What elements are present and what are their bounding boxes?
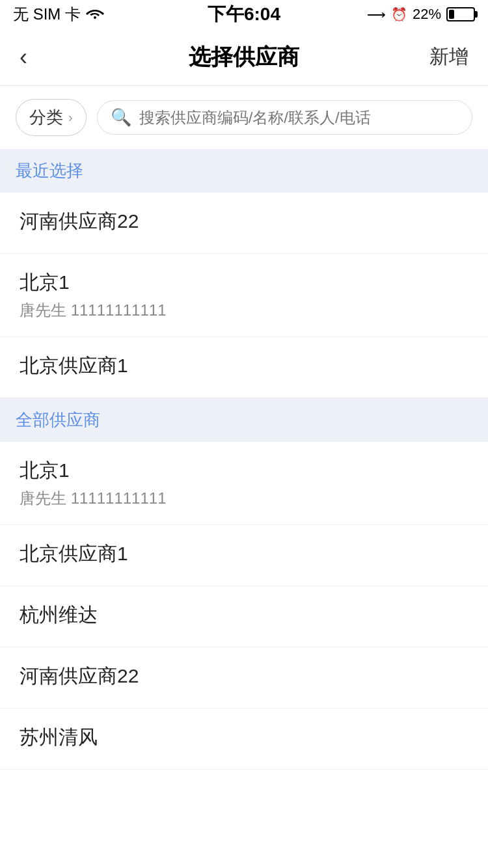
item-name: 北京供应商1 bbox=[20, 541, 468, 567]
item-name: 北京1 bbox=[20, 269, 468, 296]
list-item[interactable]: 河南供应商22 bbox=[0, 647, 488, 709]
list-item[interactable]: 北京1 唐先生 11111111111 bbox=[0, 442, 488, 525]
wifi-icon bbox=[86, 5, 104, 23]
back-button[interactable]: ‹ bbox=[20, 44, 59, 71]
item-name: 杭州维达 bbox=[20, 602, 468, 629]
list-item[interactable]: 北京1 唐先生 11111111111 bbox=[0, 254, 488, 337]
item-name: 河南供应商22 bbox=[20, 663, 468, 690]
list-item[interactable]: 苏州清风 bbox=[0, 709, 488, 770]
item-name: 北京供应商1 bbox=[20, 353, 468, 379]
search-input[interactable] bbox=[139, 109, 459, 127]
all-list: 北京1 唐先生 11111111111 北京供应商1 杭州维达 河南供应商22 … bbox=[0, 442, 488, 770]
item-sub: 唐先生 11111111111 bbox=[20, 300, 468, 321]
item-sub: 唐先生 11111111111 bbox=[20, 488, 468, 509]
status-left: 无 SIM 卡 bbox=[13, 4, 104, 25]
list-item[interactable]: 北京供应商1 bbox=[0, 525, 488, 586]
item-name: 苏州清风 bbox=[20, 724, 468, 751]
search-box[interactable]: 🔍 bbox=[97, 100, 472, 135]
all-section-header: 全部供应商 bbox=[0, 398, 488, 442]
list-item[interactable]: 河南供应商22 bbox=[0, 193, 488, 254]
list-item[interactable]: 北京供应商1 bbox=[0, 337, 488, 398]
recent-list: 河南供应商22 北京1 唐先生 11111111111 北京供应商1 bbox=[0, 193, 488, 398]
battery-icon bbox=[446, 7, 475, 21]
item-name: 河南供应商22 bbox=[20, 208, 468, 235]
search-icon: 🔍 bbox=[111, 107, 131, 128]
item-name: 北京1 bbox=[20, 457, 468, 484]
add-button[interactable]: 新增 bbox=[429, 44, 468, 70]
category-filter-button[interactable]: 分类 › bbox=[16, 99, 87, 136]
page-title: 选择供应商 bbox=[189, 42, 299, 72]
status-bar: 无 SIM 卡 下午6:04 ⟶ ⏰ 22% bbox=[0, 0, 488, 29]
recent-section-header: 最近选择 bbox=[0, 149, 488, 193]
status-time: 下午6:04 bbox=[208, 2, 280, 27]
location-icon: ⟶ bbox=[367, 7, 386, 22]
status-right: ⟶ ⏰ 22% bbox=[367, 6, 475, 23]
alarm-icon: ⏰ bbox=[391, 7, 407, 22]
no-sim-text: 无 SIM 卡 bbox=[13, 4, 81, 25]
filter-bar: 分类 › 🔍 bbox=[0, 86, 488, 149]
battery-percent: 22% bbox=[413, 6, 441, 23]
list-item[interactable]: 杭州维达 bbox=[0, 586, 488, 647]
chevron-right-icon: › bbox=[68, 110, 73, 125]
nav-bar: ‹ 选择供应商 新增 bbox=[0, 29, 488, 86]
category-label: 分类 bbox=[29, 106, 63, 129]
